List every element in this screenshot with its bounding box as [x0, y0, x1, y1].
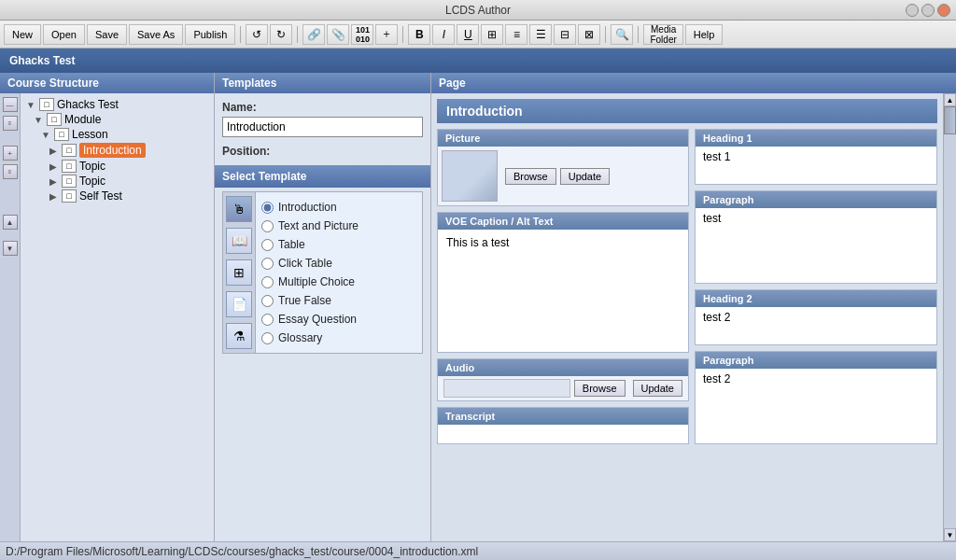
attachment-icon[interactable]: 📎 [327, 24, 349, 45]
radio-clicktable[interactable]: Click Table [261, 254, 416, 273]
list1-icon[interactable]: ≡ [505, 24, 527, 45]
expand-selftest[interactable]: ▶ [47, 191, 60, 202]
tree-node-introduction[interactable]: ▶ □ Introduction [24, 142, 210, 159]
save-button[interactable]: Save [87, 24, 127, 45]
transcript-section: Transcript [437, 407, 689, 444]
format2-icon[interactable]: ⊟ [554, 24, 576, 45]
open-button[interactable]: Open [43, 24, 85, 45]
main-layout: Course Structure — ≡ + ≡ ▲ ▼ ▼ □ Ghacks … [0, 73, 956, 541]
separator-4 [605, 26, 606, 43]
page-panel: Page Introduction Picture Browse Update [431, 73, 956, 541]
heading1-text: test 1 [703, 150, 730, 163]
heading1-header: Heading 1 [696, 130, 936, 147]
tmpl-icon-mouse[interactable]: 🖱 [226, 196, 252, 222]
list2-icon[interactable]: ☰ [529, 24, 552, 45]
left-icon-lines2[interactable]: ≡ [3, 164, 18, 179]
picture-section: Picture Browse Update [437, 129, 689, 206]
expand-topic2[interactable]: ▶ [47, 176, 60, 187]
expand-module[interactable]: ▼ [32, 115, 45, 125]
picture-browse-button[interactable]: Browse [505, 168, 556, 185]
name-input[interactable] [222, 117, 423, 137]
audio-row: Browse Update [438, 376, 688, 400]
expand-topic1[interactable]: ▶ [47, 161, 60, 172]
underline-icon[interactable]: U [457, 24, 479, 45]
project-bar: Ghacks Test [0, 49, 956, 73]
scroll-up-button[interactable]: ▲ [944, 93, 956, 106]
audio-browse-button[interactable]: Browse [574, 380, 626, 397]
plus-icon[interactable]: ＋ [375, 24, 398, 45]
tree-icon-lesson: □ [54, 128, 69, 141]
scroll-track[interactable] [944, 106, 956, 528]
save-as-button[interactable]: Save As [129, 24, 183, 45]
picture-update-button[interactable]: Update [560, 168, 610, 185]
select-template-header: Select Template [215, 165, 430, 188]
expand-lesson[interactable]: ▼ [39, 130, 52, 140]
template-radio-col: Introduction Text and Picture Table Clic… [256, 191, 423, 354]
heading1-box: Heading 1 test 1 [695, 129, 937, 185]
minimize-button[interactable] [906, 4, 919, 17]
expand-introduction[interactable]: ▶ [47, 146, 60, 156]
media-folder-button[interactable]: Media Folder [643, 24, 682, 45]
tree-node-topic2[interactable]: ▶ □ Topic [24, 174, 210, 189]
search-icon[interactable]: 🔍 [611, 24, 633, 45]
new-button[interactable]: New [4, 24, 41, 45]
voe-header: VOE Caption / Alt Text [438, 213, 688, 230]
audio-header: Audio [438, 359, 688, 376]
expand-ghacks[interactable]: ▼ [24, 100, 37, 110]
tree-node-ghacks[interactable]: ▼ □ Ghacks Test [24, 97, 210, 112]
left-icon-lines[interactable]: ≡ [3, 116, 18, 131]
paragraph2-header: Paragraph [696, 352, 936, 369]
audio-update-button[interactable]: Update [633, 380, 682, 397]
radio-essayquestion[interactable]: Essay Question [261, 310, 416, 329]
templates-header: Templates [215, 73, 430, 93]
radio-truefalse[interactable]: True False [261, 291, 416, 310]
paragraph2-text: test 2 [703, 372, 730, 385]
italic-icon[interactable]: I [432, 24, 455, 45]
tree-node-topic1[interactable]: ▶ □ Topic [24, 159, 210, 174]
radio-glossary[interactable]: Glossary [261, 329, 416, 347]
radio-multiplechoice[interactable]: Multiple Choice [261, 273, 416, 291]
tmpl-icon-flask[interactable]: ⚗ [226, 323, 252, 349]
publish-button[interactable]: Publish [185, 24, 235, 45]
numbering-icon[interactable]: 101010 [351, 24, 373, 45]
tmpl-icon-book[interactable]: 📖 [226, 228, 252, 254]
paragraph2-box: Paragraph test 2 [695, 351, 937, 444]
tree-node-module[interactable]: ▼ □ Module [24, 112, 210, 127]
transcript-header: Transcript [438, 408, 688, 425]
undo-icon[interactable]: ↺ [246, 24, 268, 45]
radio-label-glossary: Glossary [278, 331, 322, 344]
redo-icon[interactable]: ↻ [270, 24, 292, 45]
maximize-button[interactable] [921, 4, 935, 17]
position-label: Position: [222, 145, 423, 158]
toolbar: New Open Save Save As Publish ↺ ↻ 🔗 📎 10… [0, 21, 956, 49]
format3-icon[interactable]: ⊠ [578, 24, 600, 45]
voe-textarea[interactable]: This is a test [443, 233, 682, 345]
left-icon-add[interactable]: + [3, 146, 18, 161]
close-button[interactable] [937, 4, 950, 17]
course-structure-panel: Course Structure — ≡ + ≡ ▲ ▼ ▼ □ Ghacks … [0, 73, 215, 541]
left-icon-down[interactable]: ▼ [3, 241, 18, 256]
tree-node-lesson[interactable]: ▼ □ Lesson [24, 127, 210, 142]
scroll-thumb[interactable] [944, 106, 956, 134]
radio-textpic[interactable]: Text and Picture [261, 217, 416, 235]
voe-body: This is a test [438, 230, 688, 352]
format1-icon[interactable]: ⊞ [481, 24, 503, 45]
left-icon-minus[interactable]: — [3, 97, 18, 112]
link-icon[interactable]: 🔗 [302, 24, 325, 45]
page-scrollbar[interactable]: ▲ ▼ [943, 93, 956, 541]
tmpl-icon-grid[interactable]: ⊞ [226, 259, 252, 286]
radio-table[interactable]: Table [261, 235, 416, 254]
picture-preview [442, 150, 498, 202]
bold-icon[interactable]: B [408, 24, 430, 45]
help-button[interactable]: Help [685, 24, 724, 45]
tree-area: ▼ □ Ghacks Test ▼ □ Module ▼ □ Lesson ▶ … [21, 93, 214, 541]
paragraph1-body: test [696, 208, 936, 283]
scroll-down-button[interactable]: ▼ [944, 528, 956, 541]
heading2-header: Heading 2 [696, 290, 936, 307]
left-icon-up[interactable]: ▲ [3, 215, 18, 230]
paragraph2-body: test 2 [696, 369, 936, 443]
tmpl-icon-doc[interactable]: 📄 [226, 291, 252, 317]
heading2-box: Heading 2 test 2 [695, 289, 937, 345]
radio-introduction[interactable]: Introduction [261, 198, 416, 217]
tree-node-selftest[interactable]: ▶ □ Self Test [24, 189, 210, 203]
